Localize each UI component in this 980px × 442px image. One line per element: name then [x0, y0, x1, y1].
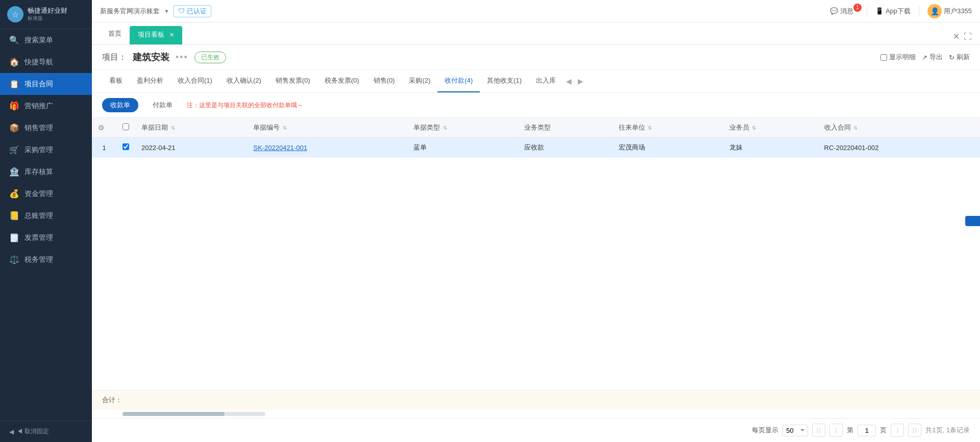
sidebar-item-invoice-mgmt[interactable]: 🗒️ 发票管理 [0, 227, 92, 249]
per-page-select[interactable]: 20 50 100 [782, 425, 808, 436]
th-doc-no[interactable]: 单据编号 ⇅ [247, 118, 407, 138]
sub-nav-income-contract[interactable]: 收入合同(1) [170, 70, 219, 92]
sub-nav-in-out[interactable]: 出入库 [529, 70, 563, 92]
inventory-icon: 🏦 [9, 167, 19, 177]
table-row[interactable]: 1 2022-04-21 SK-20220421-001 蓝单 应收款 宏茂商场… [92, 138, 980, 158]
scrollbar-row [92, 410, 980, 418]
th-partner[interactable]: 往来单位 ⇅ [612, 118, 723, 138]
window-close-button[interactable]: ✕ [953, 32, 960, 41]
page-title: 建筑安装 [133, 51, 169, 63]
gear-icon[interactable]: ⚙ [98, 124, 105, 132]
export-label: 导出 [929, 53, 943, 62]
sub-nav-tax-invoice[interactable]: 税务发票(0) [317, 70, 366, 92]
sidebar-item-label: 销售管理 [24, 124, 53, 133]
sidebar-item-tax-mgmt[interactable]: ⚖️ 税务管理 [0, 249, 92, 271]
page-header-right: 显示明细 ↗ 导出 ↻ 刷新 [880, 53, 970, 62]
sidebar-item-ledger-mgmt[interactable]: 📒 总账管理 [0, 205, 92, 227]
th-date[interactable]: 单据日期 ⇅ [135, 118, 247, 138]
export-button[interactable]: ↗ 导出 [922, 53, 943, 62]
sort-icon-date: ⇅ [171, 125, 175, 131]
table-header-row: ⚙ 单据日期 ⇅ 单据编号 ⇅ 单据类型 ⇅ [92, 118, 980, 138]
row-doc-no-link[interactable]: SK-20220421-001 [253, 144, 307, 152]
certified-label: 已认证 [187, 7, 207, 16]
page-suffix: 页 [880, 426, 887, 435]
sidebar-pin-toggle[interactable]: ◀ ◀ 取消固定 [0, 421, 92, 442]
app-download-button[interactable]: 📱 App下载 [875, 7, 911, 16]
next-page-button[interactable]: ⟩ [891, 424, 904, 437]
sub-nav-income-confirm[interactable]: 收入确认(2) [219, 70, 268, 92]
th-gear[interactable]: ⚙ [92, 118, 116, 138]
sidebar-item-marketing[interactable]: 🎁 营销推广 [0, 95, 92, 117]
sub-nav-profit[interactable]: 盈利分析 [130, 70, 170, 92]
th-doc-type[interactable]: 单据类型 ⇅ [407, 118, 518, 138]
tab-home-label: 首页 [108, 30, 121, 37]
th-income-contract[interactable]: 收入合同 ⇅ [818, 118, 980, 138]
select-all-checkbox[interactable] [122, 124, 129, 130]
messages-button[interactable]: 💬 消息 1 [830, 7, 859, 16]
sidebar-item-quick-nav[interactable]: 🏠 快捷导航 [0, 51, 92, 73]
sidebar-item-label: 采购管理 [24, 145, 53, 155]
sales-icon: 📦 [9, 123, 19, 133]
sidebar-item-label: 发票管理 [24, 233, 53, 242]
sidebar-item-purchase-mgmt[interactable]: 🛒 采购管理 [0, 139, 92, 161]
sub-nav-purchase[interactable]: 采购(2) [402, 70, 437, 92]
sidebar-item-project-contract[interactable]: 📋 项目合同 [0, 73, 92, 95]
sub-nav-next-arrow[interactable]: ▶ [575, 73, 586, 89]
window-controls: ✕ ⛶ [953, 32, 972, 44]
topbar-right: 💬 消息 1 📱 App下载 👤 用户3355 [830, 4, 972, 18]
sidebar-item-label: 项目合同 [24, 80, 53, 89]
sort-icon-partner: ⇅ [648, 125, 652, 131]
show-detail-checkbox[interactable] [880, 54, 887, 61]
scrollbar-thumb[interactable] [122, 412, 225, 416]
row-doc-no[interactable]: SK-20220421-001 [247, 138, 407, 158]
account-name[interactable]: 新服务官网演示账套 [100, 7, 160, 16]
sub-nav-other-expense[interactable]: 其他收支(1) [480, 70, 529, 92]
tab-project-board[interactable]: 项目看板 ✕ [130, 26, 182, 44]
row-salesman: 龙妹 [723, 138, 818, 158]
last-page-button[interactable]: ⟩⟩ [908, 424, 921, 437]
project-label: 项目： [102, 52, 127, 63]
sub-tab-receipt[interactable]: 收款单 [102, 98, 138, 112]
sub-nav-kanban[interactable]: 看板 [102, 70, 130, 92]
sub-tab-note: 注：这里是与项目关联的全部收付款单哦～ [187, 101, 303, 110]
user-menu-button[interactable]: 👤 用户3355 [927, 4, 972, 18]
horizontal-scrollbar[interactable] [122, 412, 265, 416]
page-header: 项目： 建筑安装 ••• 已生效 显示明细 ↗ 导出 ↻ 刷新 [92, 45, 980, 70]
first-page-button[interactable]: ⟨⟨ [812, 424, 825, 437]
purchase-icon: 🛒 [9, 145, 19, 155]
sidebar-item-inventory[interactable]: 🏦 库存核算 [0, 161, 92, 183]
sidebar-logo: ☆ 畅捷通好业财 标准版 [0, 0, 92, 29]
row-checkbox-cell[interactable] [116, 138, 135, 158]
th-checkbox[interactable] [116, 118, 135, 138]
sidebar-item-label: 税务管理 [24, 255, 53, 264]
float-panel[interactable]: 粘贴板 [965, 216, 980, 226]
certified-badge: 🛡 已认证 [174, 5, 211, 17]
page-input[interactable] [857, 425, 876, 436]
sidebar-item-label: 总账管理 [24, 211, 53, 220]
pin-label: ◀ 取消固定 [17, 427, 49, 436]
window-maximize-button[interactable]: ⛶ [964, 32, 972, 41]
sub-tab-payment[interactable]: 付款单 [144, 98, 181, 112]
tab-close-icon[interactable]: ✕ [169, 32, 174, 38]
main-area: 新服务官网演示账套 ▼ 🛡 已认证 💬 消息 1 📱 App下载 👤 用户335… [92, 0, 980, 442]
sub-nav-payment[interactable]: 收付款(4) [437, 70, 480, 92]
account-dropdown-icon[interactable]: ▼ [164, 8, 169, 14]
refresh-button[interactable]: ↻ 刷新 [949, 53, 970, 62]
sub-nav: 看板 盈利分析 收入合同(1) 收入确认(2) 销售发票(0) 税务发票(0) … [92, 70, 980, 93]
sub-nav-sales-invoice[interactable]: 销售发票(0) [268, 70, 317, 92]
row-checkbox[interactable] [122, 143, 129, 150]
sidebar-item-search[interactable]: 🔍 搜索菜单 [0, 29, 92, 51]
more-options-icon[interactable]: ••• [176, 52, 188, 63]
sidebar-item-sales-mgmt[interactable]: 📦 销售管理 [0, 117, 92, 139]
tab-home[interactable]: 首页 [100, 24, 130, 44]
refresh-icon: ↻ [949, 54, 954, 61]
ledger-icon: 📒 [9, 211, 19, 220]
prev-page-button[interactable]: ⟨ [829, 424, 843, 437]
show-detail-checkbox-label[interactable]: 显示明细 [880, 53, 916, 62]
sidebar-item-capital-mgmt[interactable]: 💰 资金管理 [0, 183, 92, 205]
sidebar-item-label: 搜索菜单 [24, 36, 53, 45]
sub-nav-sales[interactable]: 销售(0) [366, 70, 402, 92]
export-icon: ↗ [922, 54, 927, 61]
sub-nav-prev-arrow[interactable]: ◀ [563, 73, 575, 89]
th-salesman[interactable]: 业务员 ⇅ [723, 118, 818, 138]
